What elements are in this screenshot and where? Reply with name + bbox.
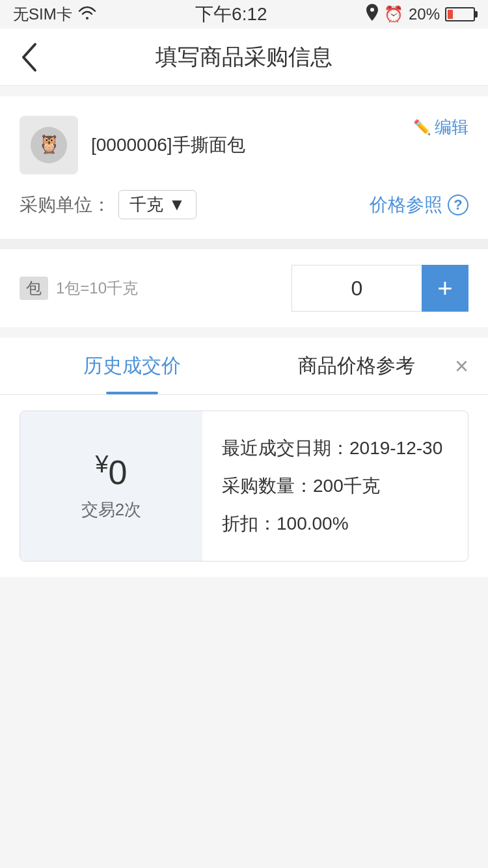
recent-date-row: 最近成交日期：2019-12-30 (222, 435, 448, 462)
battery-icon (445, 7, 475, 21)
nav-bar: 填写商品采购信息 (0, 29, 488, 86)
card-right: 最近成交日期：2019-12-30 采购数量：200千克 折扣：100.00% (202, 411, 468, 561)
product-section: 🦉 [0000006]手撕面包 ✏️ 编辑 采购单位： 千克 ▼ 价格参照 ? (0, 96, 488, 239)
quantity-section: 包 1包=10千克 + (0, 249, 488, 327)
recent-date-value: 2019-12-30 (349, 438, 442, 458)
svg-text:🦉: 🦉 (38, 133, 61, 155)
edit-label: 编辑 (435, 116, 468, 139)
discount-label: 折扣： (222, 513, 277, 534)
tab-history-label: 历史成交价 (83, 353, 181, 379)
back-button[interactable] (20, 42, 38, 73)
battery-percent: 20% (409, 5, 440, 23)
tab-active-indicator (106, 392, 158, 394)
price-value: 0 (109, 454, 128, 491)
status-time: 下午6:12 (195, 2, 267, 27)
unit-row: 采购单位： 千克 ▼ (20, 190, 197, 219)
quantity-control: + (291, 265, 468, 312)
tab-history-price[interactable]: 历史成交价 (20, 338, 244, 394)
quantity-plus-button[interactable]: + (422, 265, 468, 312)
card-container: ¥0 交易2次 最近成交日期：2019-12-30 采购数量：200千克 折扣：… (0, 395, 488, 577)
status-right: ⏰ 20% (366, 4, 475, 25)
product-left: 🦉 [0000006]手撕面包 (20, 116, 245, 174)
tabs-header: 历史成交价 商品价格参考 × (0, 338, 488, 395)
quantity-input[interactable] (291, 265, 422, 312)
price-reference-button[interactable]: 价格参照 ? (370, 193, 468, 217)
help-icon: ? (448, 195, 468, 215)
price-card: ¥0 交易2次 最近成交日期：2019-12-30 采购数量：200千克 折扣：… (20, 411, 468, 562)
product-header: 🦉 [0000006]手撕面包 ✏️ 编辑 (20, 116, 468, 174)
card-left: ¥0 交易2次 (20, 411, 202, 561)
tabs-section: 历史成交价 商品价格参考 × ¥0 交易2次 最近成交日期：2019-12-30… (0, 338, 488, 577)
price-ref-label: 价格参照 (370, 193, 442, 217)
product-thumbnail: 🦉 (20, 116, 78, 174)
product-name: [0000006]手撕面包 (91, 133, 245, 157)
status-bar: 无SIM卡 下午6:12 ⏰ 20% (0, 0, 488, 29)
section-divider (0, 239, 488, 249)
product-footer: 采购单位： 千克 ▼ 价格参照 ? (20, 190, 468, 219)
discount-value: 100.00% (277, 513, 349, 534)
close-button[interactable]: × (455, 355, 468, 378)
unit-dropdown-icon: ▼ (169, 195, 185, 215)
edit-button[interactable]: ✏️ 编辑 (413, 116, 468, 139)
wifi-icon (77, 5, 97, 23)
edit-icon: ✏️ (413, 119, 431, 136)
trade-count: 交易2次 (81, 498, 141, 521)
quantity-row: 采购数量：200千克 (222, 472, 448, 500)
unit-conversion: 1包=10千克 (56, 278, 138, 299)
recent-date-label: 最近成交日期： (222, 438, 349, 458)
unit-label: 采购单位： (20, 193, 111, 217)
quantity-label: 包 1包=10千克 (20, 277, 138, 300)
price-amount: ¥0 (96, 451, 128, 492)
unit-value: 千克 (129, 193, 163, 216)
carrier-text: 无SIM卡 (13, 4, 72, 25)
purchase-qty-label: 采购数量： (222, 476, 313, 496)
location-icon (366, 4, 379, 25)
currency-symbol: ¥ (96, 451, 109, 478)
status-left: 无SIM卡 (13, 4, 97, 25)
main-content (0, 577, 488, 868)
page-title: 填写商品采购信息 (156, 42, 332, 72)
purchase-qty-value: 200千克 (313, 476, 380, 496)
tab-reference-label: 商品价格参考 (298, 353, 415, 379)
unit-badge: 包 (20, 277, 48, 300)
discount-row: 折扣：100.00% (222, 510, 448, 537)
alarm-icon: ⏰ (384, 5, 403, 23)
tab-price-reference[interactable]: 商品价格参考 (244, 338, 468, 394)
unit-select[interactable]: 千克 ▼ (118, 190, 197, 219)
